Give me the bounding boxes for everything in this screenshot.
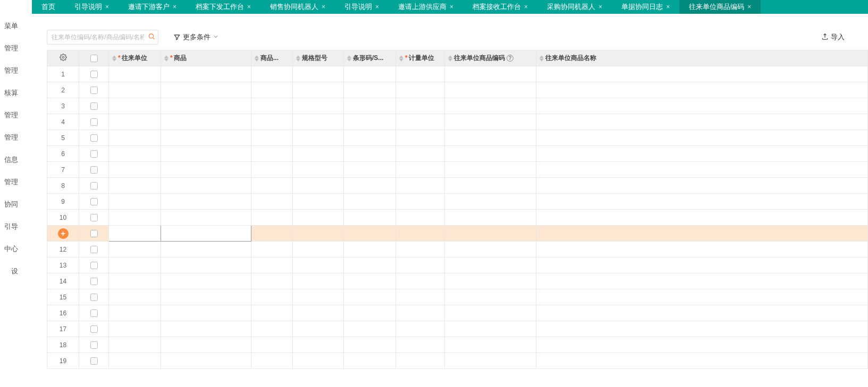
export-button[interactable]: 导入 xyxy=(821,32,853,42)
checkbox[interactable] xyxy=(90,87,98,94)
sort-icon[interactable] xyxy=(448,55,452,62)
column-header-unit[interactable]: *往来单位 xyxy=(109,50,161,66)
tab-4[interactable]: 销售协同机器人× xyxy=(260,0,335,14)
close-icon[interactable]: × xyxy=(105,3,109,11)
tab-9[interactable]: 单据协同日志× xyxy=(612,0,679,14)
checkbox[interactable] xyxy=(90,214,98,221)
close-icon[interactable]: × xyxy=(322,3,325,11)
cell-unitname xyxy=(536,82,868,98)
close-icon[interactable]: × xyxy=(524,3,528,11)
sort-icon[interactable] xyxy=(399,55,403,62)
select-all-header[interactable] xyxy=(79,50,109,66)
cell-unitcode xyxy=(445,114,536,130)
close-icon[interactable]: × xyxy=(747,3,751,11)
tab-6[interactable]: 邀请上游供应商× xyxy=(389,0,463,14)
row-checkbox-cell xyxy=(79,98,109,114)
checkbox[interactable] xyxy=(90,262,98,269)
close-icon[interactable]: × xyxy=(666,3,670,11)
checkbox[interactable] xyxy=(90,341,98,349)
checkbox[interactable] xyxy=(90,102,98,110)
column-header-uom[interactable]: *计量单位 xyxy=(396,50,445,66)
tab-7[interactable]: 档案接收工作台× xyxy=(463,0,537,14)
table-row: 18 xyxy=(47,337,868,353)
help-icon[interactable]: ? xyxy=(507,55,513,62)
checkbox[interactable] xyxy=(90,309,98,317)
cell-spec xyxy=(293,66,344,82)
cell-unitname xyxy=(536,305,868,321)
cell-spec xyxy=(293,337,344,353)
checkbox[interactable] xyxy=(90,134,98,142)
tab-label: 首页 xyxy=(41,2,55,12)
tab-10[interactable]: 往来单位商品编码× xyxy=(679,0,761,14)
column-header-spec[interactable]: 规格型号 xyxy=(293,50,344,66)
sidebar-item-3[interactable]: 核算 xyxy=(0,82,21,104)
close-icon[interactable]: × xyxy=(247,3,251,11)
tab-1[interactable]: 引导说明× xyxy=(65,0,119,14)
search-input[interactable] xyxy=(47,30,158,45)
close-icon[interactable]: × xyxy=(599,3,602,11)
cell-prodcode xyxy=(251,337,293,353)
cell-unitname xyxy=(536,257,868,273)
sidebar-item-7[interactable]: 管理 xyxy=(0,171,21,193)
checkbox[interactable] xyxy=(90,166,98,174)
column-header-unitname[interactable]: 往来单位商品名称 xyxy=(536,50,868,66)
svg-marker-9 xyxy=(296,55,300,58)
sidebar-item-10[interactable]: 中心 xyxy=(0,238,21,260)
sidebar-item-9[interactable]: 引导 xyxy=(0,216,21,238)
sidebar-item-6[interactable]: 信息 xyxy=(0,149,21,171)
sort-icon[interactable] xyxy=(296,55,300,62)
cell-unit xyxy=(109,178,161,194)
checkbox[interactable] xyxy=(90,294,98,301)
cell-product[interactable] xyxy=(161,226,251,242)
sidebar-item-5[interactable]: 管理 xyxy=(0,126,21,149)
checkbox[interactable] xyxy=(90,278,98,285)
close-icon[interactable]: × xyxy=(173,3,176,11)
column-header-barcode[interactable]: 条形码/S... xyxy=(344,50,396,66)
close-icon[interactable]: × xyxy=(450,3,453,11)
row-index: 8 xyxy=(47,178,79,194)
checkbox[interactable] xyxy=(90,230,98,237)
tab-3[interactable]: 档案下发工作台× xyxy=(186,0,260,14)
checkbox[interactable] xyxy=(90,246,98,253)
cell-unitname xyxy=(536,353,868,369)
add-row-button[interactable]: + xyxy=(58,228,69,239)
sidebar-item-11[interactable]: 设 xyxy=(0,260,21,282)
svg-line-1 xyxy=(153,38,155,39)
sort-icon[interactable] xyxy=(347,55,351,62)
sidebar-item-2[interactable]: 管理 xyxy=(0,59,21,82)
tab-5[interactable]: 引导说明× xyxy=(335,0,389,14)
sort-icon[interactable] xyxy=(255,55,259,62)
column-header-prodcode[interactable]: 商品... xyxy=(251,50,293,66)
sort-icon[interactable] xyxy=(164,55,168,62)
sidebar-item-8[interactable]: 协同 xyxy=(0,193,21,216)
search-icon[interactable] xyxy=(148,33,155,42)
column-header-product[interactable]: *商品 xyxy=(161,50,251,66)
checkbox[interactable] xyxy=(90,182,98,190)
checkbox[interactable] xyxy=(90,71,98,78)
column-header-unitcode[interactable]: 往来单位商品编码? xyxy=(445,50,536,66)
more-conditions-button[interactable]: 更多条件 xyxy=(173,32,219,42)
checkbox[interactable] xyxy=(90,150,98,158)
checkbox[interactable] xyxy=(90,55,98,62)
cell-spec xyxy=(293,82,344,98)
cell-product xyxy=(161,146,251,162)
cell-product xyxy=(161,194,251,210)
tab-2[interactable]: 邀请下游客户× xyxy=(119,0,186,14)
sidebar-item-4[interactable]: 管理 xyxy=(0,104,21,126)
checkbox[interactable] xyxy=(90,325,98,333)
cell-spec xyxy=(293,210,344,226)
close-icon[interactable]: × xyxy=(375,3,379,11)
tab-0[interactable]: 首页 xyxy=(32,0,65,14)
sidebar-item-1[interactable]: 管理 xyxy=(0,37,21,59)
sort-icon[interactable] xyxy=(540,55,544,62)
checkbox[interactable] xyxy=(90,118,98,126)
sidebar-item-0[interactable]: 菜单 xyxy=(0,15,21,37)
row-checkbox-cell xyxy=(79,66,109,82)
checkbox[interactable] xyxy=(90,357,98,365)
cell-unit[interactable] xyxy=(109,226,161,242)
sort-icon[interactable] xyxy=(112,55,116,62)
checkbox[interactable] xyxy=(90,198,98,205)
row-checkbox-cell xyxy=(79,82,109,98)
tab-8[interactable]: 采购协同机器人× xyxy=(537,0,612,14)
settings-column-header[interactable] xyxy=(47,50,79,66)
